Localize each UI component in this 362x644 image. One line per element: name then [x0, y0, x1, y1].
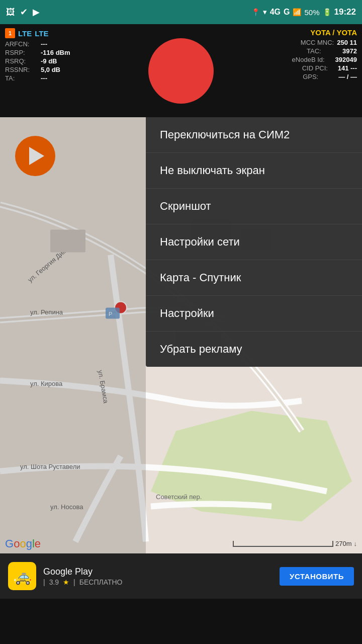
- sim-type-right: LTE: [35, 29, 48, 38]
- status-bar: 🖼 ✔ ▶ 📍 ▾ 4G G 📶 50% 🔋 19:22: [0, 0, 362, 24]
- menu-item-settings[interactable]: Настройки: [146, 296, 362, 332]
- mcc-label: MCC MNC:: [301, 39, 334, 46]
- cid-label: CID PCI:: [302, 64, 335, 72]
- install-button[interactable]: УСТАНОВИТЬ: [280, 567, 354, 586]
- signal-icon: 📶: [293, 8, 301, 16]
- map-dim-overlay: [0, 117, 146, 553]
- ad-title: Google Play: [43, 567, 273, 577]
- menu-item-keep-screen[interactable]: Не выключать экран: [146, 153, 362, 189]
- ad-price: БЕСПЛАТНО: [79, 578, 123, 586]
- time-label: 19:22: [334, 7, 356, 17]
- network-4g-label: 4G: [270, 8, 281, 17]
- arfcn-row: ARFCN: ---: [5, 40, 126, 48]
- status-bar-right: 📍 ▾ 4G G 📶 50% 🔋 19:22: [251, 7, 356, 17]
- menu-item-screenshot[interactable]: Скриншот: [146, 189, 362, 224]
- sim-type-left: LTE: [18, 29, 32, 38]
- ad-divider: |: [43, 578, 45, 586]
- menu-item-network-settings[interactable]: Настройки сети: [146, 224, 362, 260]
- battery-icon: 🔋: [323, 8, 331, 16]
- enodeb-label: eNodeB Id:: [292, 56, 332, 63]
- cid-row: CID PCI: 141 ---: [236, 64, 357, 72]
- gps-label: GPS:: [303, 73, 335, 80]
- network-g-label: G: [284, 8, 290, 17]
- ad-banner-top: 🚕 Google Play | 3.9 ★ | БЕСПЛАТНО УСТАНО…: [0, 553, 362, 599]
- svg-text:Советский пер.: Советский пер.: [156, 493, 202, 501]
- gps-row: GPS: — / —: [236, 73, 357, 80]
- rssnr-row: RSSNR: 5,0 dB: [5, 66, 126, 73]
- ad-meta: | 3.9 ★ | БЕСПЛАТНО: [43, 578, 273, 586]
- operator-label: YOTA / YOTA: [236, 28, 357, 37]
- ad-banner-bottom: [0, 599, 362, 644]
- wifi-icon: ▾: [263, 8, 267, 17]
- dropdown-menu: Переключиться на СИМ2 Не выключать экран…: [146, 117, 362, 367]
- rssnr-label: RSSNR:: [5, 66, 38, 73]
- menu-item-switch-sim2[interactable]: Переключиться на СИМ2: [146, 117, 362, 153]
- sim-row: 1 LTE LTE: [5, 28, 126, 38]
- mcc-value: 250 11: [337, 39, 357, 46]
- mcc-row: MCC MNC: 250 11: [236, 39, 357, 46]
- ta-label: TA:: [5, 74, 38, 82]
- enodeb-row: eNodeB Id: 392049: [236, 56, 357, 63]
- image-icon: 🖼: [6, 7, 15, 18]
- scale-arrow-icon: ↓: [354, 540, 357, 547]
- ta-row: TA: ---: [5, 74, 126, 82]
- ad-rating: 3.9: [49, 578, 59, 586]
- arfcn-value: ---: [41, 40, 47, 48]
- rsrp-label: RSRP:: [5, 49, 38, 56]
- cell-info-bar: 1 LTE LTE ARFCN: --- RSRP: -116 dBm RSRQ…: [0, 24, 362, 117]
- ta-value: ---: [41, 74, 47, 82]
- rssnr-value: 5,0 dB: [41, 66, 60, 73]
- rsrp-value: -116 dBm: [41, 49, 70, 56]
- location-icon: 📍: [251, 8, 260, 16]
- ad-banner: 🚕 Google Play | 3.9 ★ | БЕСПЛАТНО УСТАНО…: [0, 553, 362, 644]
- arfcn-label: ARFCN:: [5, 40, 38, 48]
- scale-line: [233, 541, 333, 547]
- battery-label: 50%: [304, 8, 319, 17]
- rsrq-row: RSRQ: -9 dB: [5, 57, 126, 65]
- play-store-icon: ▶: [33, 7, 40, 18]
- status-bar-left: 🖼 ✔ ▶: [6, 7, 40, 18]
- check-icon: ✔: [20, 7, 28, 18]
- taxi-icon: 🚕: [13, 568, 32, 585]
- cid-value: 141 ---: [338, 64, 357, 72]
- ad-divider2: |: [73, 578, 75, 586]
- app-icon-ad: 🚕: [8, 562, 36, 590]
- signal-circle-container: [131, 24, 231, 117]
- star-icon: ★: [63, 578, 69, 586]
- cell-right-panel: YOTA / YOTA MCC MNC: 250 11 TAC: 3972 eN…: [231, 24, 362, 117]
- tac-row: TAC: 3972: [236, 47, 357, 55]
- signal-circle: [148, 38, 214, 104]
- scale-label: 270m: [335, 540, 352, 547]
- scale-bar: 270m ↓: [233, 540, 357, 547]
- rsrp-row: RSRP: -116 dBm: [5, 49, 126, 56]
- menu-item-map-satellite[interactable]: Карта - Спутник: [146, 260, 362, 296]
- gps-value: — / —: [338, 73, 357, 80]
- tac-label: TAC:: [307, 47, 339, 55]
- sim-badge: 1: [5, 28, 15, 38]
- cell-left-panel: 1 LTE LTE ARFCN: --- RSRP: -116 dBm RSRQ…: [0, 24, 131, 117]
- rsrq-value: -9 dB: [41, 57, 57, 65]
- tac-value: 3972: [342, 47, 357, 55]
- enodeb-value: 392049: [335, 56, 357, 63]
- menu-item-remove-ads[interactable]: Убрать рекламу: [146, 332, 362, 367]
- ad-info: Google Play | 3.9 ★ | БЕСПЛАТНО: [43, 567, 273, 586]
- rsrq-label: RSRQ:: [5, 57, 38, 65]
